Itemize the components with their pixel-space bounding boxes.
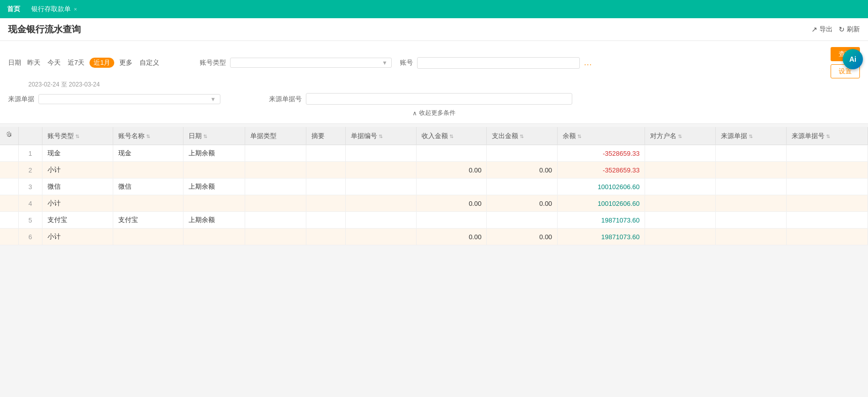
row-doc-type (245, 229, 306, 245)
row-source-doc-no (786, 229, 867, 245)
row-doc-no (346, 195, 417, 212)
row-account-type: 小计 (42, 229, 113, 245)
table-row[interactable]: 6 小计 0.00 0.00 19871073.60 (0, 229, 868, 245)
row-counterpart (645, 212, 716, 229)
nav-tabs: 收款单×付款单×其他收入单×应收应付调整单×银行存取款单×预收冲应收单×收款核销… (26, 0, 95, 18)
row-income (416, 179, 487, 195)
th-gear[interactable] (0, 127, 19, 145)
table-row[interactable]: 1 现金 现金 上期余额 -3528659.33 (0, 145, 868, 162)
th-counterpart[interactable]: 对方户名⇅ (645, 127, 716, 145)
nav-tab-home[interactable]: 首页 (2, 0, 25, 18)
row-summary (306, 162, 346, 179)
row-source-doc (715, 145, 786, 162)
th-index (19, 127, 42, 145)
row-balance: 100102606.60 (558, 179, 645, 195)
row-source-doc (715, 212, 786, 229)
filter-row-1: 日期 昨天 今天 近7天 近1月 更多 自定义 账号类型 ▼ 账号 ... (8, 47, 860, 78)
row-source-doc (715, 162, 786, 179)
filter-area: 日期 昨天 今天 近7天 近1月 更多 自定义 账号类型 ▼ 账号 ... (0, 41, 868, 124)
row-source-doc-no (786, 145, 867, 162)
row-summary (306, 212, 346, 229)
th-account-name[interactable]: 账号名称⇅ (113, 127, 184, 145)
row-summary (306, 229, 346, 245)
row-account-name: 微信 (113, 179, 184, 195)
ai-assistant-button[interactable]: Ai (843, 49, 863, 69)
row-income: 0.00 (416, 162, 487, 179)
row-account-name: 现金 (113, 145, 184, 162)
collapse-bar[interactable]: ∧ 收起更多条件 (8, 107, 860, 117)
gear-icon (5, 131, 13, 139)
row-account-type: 现金 (42, 145, 113, 162)
row-doc-type (245, 195, 306, 212)
row-doc-no (346, 179, 417, 195)
row-balance: -3528659.33 (558, 145, 645, 162)
row-index: 3 (19, 179, 42, 195)
row-index: 5 (19, 212, 42, 229)
shortcut-custom[interactable]: 自定义 (138, 58, 161, 68)
source-doc-label: 来源单据 (8, 95, 34, 104)
row-income (416, 145, 487, 162)
account-type-select[interactable]: ▼ (230, 58, 392, 68)
shortcut-today[interactable]: 今天 (45, 58, 63, 68)
table-row[interactable]: 5 支付宝 支付宝 上期余额 19871073.60 (0, 212, 868, 229)
row-date (184, 162, 245, 179)
th-balance[interactable]: 余额⇅ (558, 127, 645, 145)
shortcut-7days[interactable]: 近7天 (66, 58, 86, 68)
shortcut-1month[interactable]: 近1月 (89, 58, 114, 68)
th-expense[interactable]: 支出金额⇅ (487, 127, 558, 145)
nav-tab-label: 银行存取款单 (31, 5, 71, 14)
th-date[interactable]: 日期⇅ (184, 127, 245, 145)
th-doc-no[interactable]: 单据编号⇅ (346, 127, 417, 145)
row-counterpart (645, 179, 716, 195)
nav-tab-银行存取款单[interactable]: 银行存取款单× (26, 0, 95, 18)
account-type-label: 账号类型 (200, 58, 226, 67)
home-label: 首页 (7, 5, 20, 14)
row-balance: -3528659.33 (558, 162, 645, 179)
export-button[interactable]: ↗ 导出 (811, 25, 833, 34)
row-account-type: 微信 (42, 179, 113, 195)
row-balance: 100102606.60 (558, 195, 645, 212)
page-title: 现金银行流水查询 (8, 23, 81, 35)
refresh-button[interactable]: ↻ 刷新 (839, 25, 860, 34)
nav-tab-close-icon[interactable]: × (74, 6, 77, 12)
table-row[interactable]: 4 小计 0.00 0.00 100102606.60 (0, 195, 868, 212)
th-source-doc-no[interactable]: 来源单据号⇅ (786, 127, 867, 145)
account-input[interactable] (417, 57, 580, 69)
row-balance: 19871073.60 (558, 212, 645, 229)
row-date: 上期余额 (184, 145, 245, 162)
source-doc-select[interactable]: ▼ (38, 94, 220, 104)
date-range-display: 2023-02-24 至 2023-03-24 (26, 80, 860, 89)
row-index: 6 (19, 229, 42, 245)
source-doc-no-input[interactable] (306, 93, 572, 105)
row-source-doc (715, 229, 786, 245)
row-source-doc (715, 179, 786, 195)
row-account-type: 支付宝 (42, 212, 113, 229)
chevron-down-icon: ▼ (382, 60, 388, 66)
row-expense: 0.00 (487, 195, 558, 212)
th-source-doc[interactable]: 来源单据⇅ (715, 127, 786, 145)
th-summary[interactable]: 摘要 (306, 127, 346, 145)
row-doc-no (346, 145, 417, 162)
row-summary (306, 179, 346, 195)
row-index: 2 (19, 162, 42, 179)
shortcut-more[interactable]: 更多 (117, 58, 134, 68)
row-date (184, 229, 245, 245)
th-account-type[interactable]: 账号类型⇅ (42, 127, 113, 145)
row-source-doc-no (786, 212, 867, 229)
account-dots-button[interactable]: ... (584, 58, 592, 67)
row-income: 0.00 (416, 195, 487, 212)
row-account-name (113, 162, 184, 179)
table-row[interactable]: 2 小计 0.00 0.00 -3528659.33 (0, 162, 868, 179)
table-row[interactable]: 3 微信 微信 上期余额 100102606.60 (0, 179, 868, 195)
shortcut-yesterday[interactable]: 昨天 (25, 58, 42, 68)
row-expense (487, 212, 558, 229)
date-shortcuts: 昨天 今天 近7天 近1月 更多 自定义 (25, 58, 161, 68)
header-actions: ↗ 导出 ↻ 刷新 (811, 25, 860, 34)
th-doc-type[interactable]: 单据类型 (245, 127, 306, 145)
table-header: 账号类型⇅ 账号名称⇅ 日期⇅ 单据类型 摘要 单据编号⇅ 收入金额⇅ 支出金额… (0, 127, 868, 145)
source-doc-no-section: 来源单据号 (269, 93, 572, 105)
row-expense (487, 179, 558, 195)
row-counterpart (645, 229, 716, 245)
row-balance: 19871073.60 (558, 229, 645, 245)
th-income[interactable]: 收入金额⇅ (416, 127, 487, 145)
